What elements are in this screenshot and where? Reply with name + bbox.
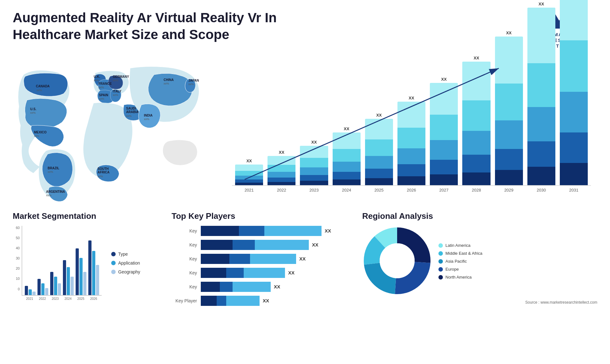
player-row-1: Key XX — [172, 226, 356, 236]
player-bar-container-6: XX — [201, 296, 356, 306]
svg-text:xx%: xx% — [34, 134, 39, 138]
player-row-3: Key XX — [172, 254, 356, 264]
player-bar-container-1: XX — [201, 226, 356, 236]
bar-label-2028: XX — [474, 56, 479, 60]
source-text: Source : www.marketresearchintellect.com — [362, 300, 597, 305]
regional-legend-apac: Asia Pacific — [438, 259, 482, 264]
svg-text:ARABIA: ARABIA — [126, 110, 139, 114]
players-title: Top Key Players — [172, 211, 356, 221]
regional-label-mea: Middle East & Africa — [445, 251, 482, 256]
legend-application: Application — [111, 260, 140, 266]
player-bar-6 — [201, 296, 260, 306]
bar-label-2026: XX — [409, 96, 414, 100]
x-label-2021: 2021 — [235, 188, 263, 192]
legend-label-type: Type — [118, 252, 128, 257]
svg-text:xx%: xx% — [99, 97, 104, 100]
svg-text:U.K.: U.K. — [94, 75, 100, 78]
seg-bar-app-2021 — [29, 289, 32, 295]
player-xx-4: XX — [288, 270, 295, 275]
page-title: Augmented Reality Ar Virtual Reality Vr … — [13, 10, 299, 43]
legend-dot-geography — [111, 270, 116, 274]
player-label-5: Key — [172, 284, 197, 289]
x-label-2025: 2025 — [365, 188, 393, 192]
player-bar-1 — [201, 226, 322, 236]
legend-label-geography: Geography — [118, 269, 140, 274]
seg-bar-type-2024 — [63, 260, 66, 295]
x-label-2031: 2031 — [560, 188, 588, 192]
growth-x-labels: 2021 2022 2023 2024 2025 2026 2027 2028 … — [232, 186, 591, 192]
seg-y-axis: 0102030405060 — [13, 226, 20, 291]
svg-text:CANADA: CANADA — [36, 84, 50, 88]
regional-title: Regional Analysis — [362, 211, 597, 221]
svg-text:INDIA: INDIA — [144, 114, 152, 117]
x-label-2029: 2029 — [495, 188, 523, 192]
player-bar-container-3: XX — [201, 254, 356, 264]
player-xx-1: XX — [325, 228, 331, 233]
legend-dot-type — [111, 252, 116, 256]
seg-chart-area: 0102030405060 — [13, 226, 102, 300]
svg-text:xx%: xx% — [113, 93, 118, 97]
x-label-2030: 2030 — [527, 188, 555, 192]
legend-label-application: Application — [118, 260, 140, 266]
x-label-2026: 2026 — [397, 188, 425, 192]
player-label-2: Key — [172, 242, 197, 247]
svg-text:xx%: xx% — [46, 194, 51, 197]
svg-text:xx%: xx% — [30, 111, 36, 114]
regional-label-latin: Latin America — [445, 243, 471, 248]
regional-section: Regional Analysis — [362, 211, 597, 310]
growth-bars-container: XX XX — [232, 59, 591, 186]
growth-chart-section: XX XX — [213, 52, 597, 205]
regional-legend-latin: Latin America — [438, 243, 482, 248]
segmentation-section: Market Segmentation 0102030405060 — [13, 211, 165, 310]
legend-geography: Geography — [111, 269, 140, 274]
bar-label-2027: XX — [441, 77, 447, 82]
x-label-2028: 2028 — [462, 188, 490, 192]
seg-bar-app-2022 — [41, 283, 44, 295]
player-xx-5: XX — [274, 284, 280, 289]
svg-text:AFRICA: AFRICA — [98, 171, 110, 174]
bar-label-2025: XX — [376, 113, 382, 118]
player-row-4: Key XX — [172, 268, 356, 278]
seg-bar-type-2021 — [25, 286, 28, 295]
segmentation-title: Market Segmentation — [13, 211, 165, 221]
segmentation-content: 0102030405060 — [13, 226, 165, 300]
bar-label-2021: XX — [246, 158, 252, 163]
svg-text:BRAZIL: BRAZIL — [48, 166, 59, 170]
seg-group-2025 — [76, 248, 86, 295]
bar-label-2024: XX — [344, 126, 349, 131]
seg-bar-geo-2021 — [32, 292, 36, 295]
regional-label-europe: Europe — [445, 267, 459, 272]
regional-dot-mea — [438, 251, 443, 256]
seg-bar-geo-2026 — [96, 265, 99, 295]
seg-bar-geo-2022 — [45, 288, 48, 295]
svg-text:ITALY: ITALY — [113, 90, 122, 93]
svg-text:xx%: xx% — [48, 170, 53, 173]
seg-bar-type-2025 — [76, 248, 79, 295]
seg-group-2022 — [37, 279, 48, 295]
seg-group-2021 — [25, 286, 36, 295]
svg-text:xx%: xx% — [98, 175, 103, 178]
seg-bar-app-2025 — [79, 258, 83, 295]
player-label-4: Key — [172, 270, 197, 275]
player-bar-container-4: XX — [201, 268, 356, 278]
svg-text:xx%: xx% — [113, 79, 118, 82]
player-row-6: Key Player XX — [172, 296, 356, 306]
player-label-1: Key — [172, 228, 197, 233]
player-bar-2 — [201, 240, 309, 250]
svg-text:xx%: xx% — [144, 118, 149, 121]
seg-legend: Type Application Geography — [108, 226, 140, 300]
player-row-2: Key XX — [172, 240, 356, 250]
seg-bar-app-2023 — [54, 277, 57, 295]
world-map: CANADA xx% U.S. xx% MEXICO xx% BRAZIL xx… — [13, 56, 213, 202]
svg-point-42 — [380, 243, 415, 278]
players-bars: Key XX Key — [172, 226, 356, 306]
bar-label-2030: XX — [539, 2, 544, 6]
player-label-6: Key Player — [172, 298, 197, 303]
seg-bar-app-2026 — [92, 251, 95, 295]
svg-text:xx%: xx% — [94, 79, 99, 82]
regional-dot-apac — [438, 259, 443, 264]
player-bar-container-5: XX — [201, 282, 356, 292]
regional-dot-north-america — [438, 275, 443, 280]
seg-group-2024 — [63, 260, 74, 295]
svg-text:U.S.: U.S. — [30, 107, 37, 111]
